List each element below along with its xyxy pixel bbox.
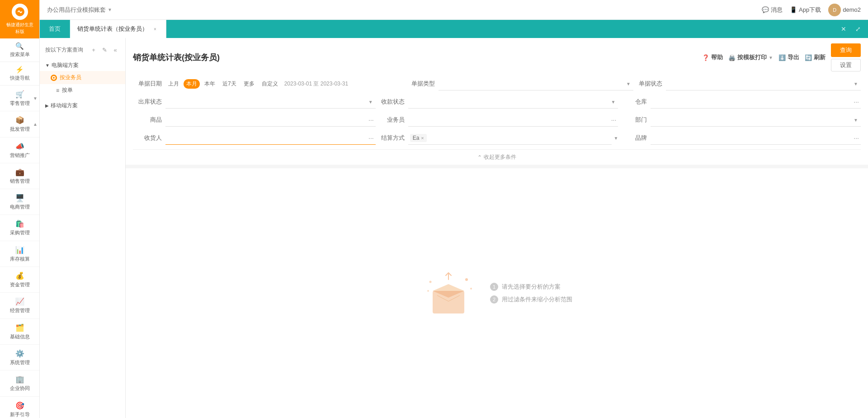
svg-point-5 [470, 288, 472, 290]
wholesale-icon: 📦 [15, 116, 24, 124]
collapse-label: 收起更多条件 [484, 153, 516, 161]
collapse-button[interactable]: ⌃ 收起更多条件 [133, 149, 861, 165]
sidebar-item-sales[interactable]: 💼 销售管理 [0, 163, 39, 189]
mobile-section-header[interactable]: ▶ 移动端方案 [40, 100, 125, 111]
retail-icon: 🛒 [15, 90, 24, 99]
settle-method-label: 结算方式 [376, 134, 408, 142]
scheme-salesman-label: 按业务员 [60, 74, 81, 81]
sidebar-item-purchase[interactable]: 🛍️ 采购管理 [0, 215, 39, 241]
date-this-month-btn[interactable]: 本月 [184, 79, 200, 89]
topbar: 办公用品行业模拟账套 ▼ 💬 消息 📱 App下载 D demo2 [40, 0, 868, 20]
tab-minimize-button[interactable]: ✕ [837, 23, 850, 35]
settle-tag-close-button[interactable]: × [421, 135, 424, 141]
consignee-label: 收货人 [133, 134, 165, 142]
date-filter: 上月 本月 本年 近7天 更多 自定义 2023-03-01 至 2023-03… [165, 79, 406, 89]
sidebar-item-marketing[interactable]: 📣 营销推广 [0, 138, 39, 163]
sidebar-item-finance[interactable]: 💰 资金管理 [0, 267, 39, 293]
panel-edit-button[interactable]: ✎ [100, 45, 109, 54]
scheme-salesman[interactable]: 按业务员 [40, 71, 125, 84]
date-last-month-btn[interactable]: 上月 [165, 79, 182, 89]
active-tab[interactable]: 销货单统计表（按业务员） × [70, 20, 166, 38]
sidebar-item-business[interactable]: 📈 经营管理 [0, 293, 39, 318]
sidebar: 畅捷通好生意 标版 🔍 搜索菜单 ⚡ 快捷导航 🛒 零售管理 ▼ 📦 批发管理 … [0, 0, 40, 418]
left-panel: 按以下方案查询 + ✎ « ▼ 电脑端方案 [40, 38, 126, 418]
date-last-7-days-btn[interactable]: 近7天 [220, 79, 239, 89]
message-button[interactable]: 💬 消息 [762, 6, 783, 14]
print-button[interactable]: 🖨️ 按模板打印 ▼ [728, 53, 773, 62]
salesman-dots-icon[interactable]: ··· [611, 116, 617, 124]
goods-input[interactable] [165, 113, 376, 127]
home-tab-label: 首页 [49, 25, 61, 33]
svg-point-7 [427, 290, 429, 292]
date-label: 单据日期 [133, 80, 165, 88]
dept-label: 部门 [618, 116, 651, 124]
recv-status-field: 收款状态 ▼ [376, 95, 618, 109]
export-label: 导出 [788, 53, 799, 62]
message-icon: 💬 [762, 6, 769, 13]
panel-title: 按以下方案查询 [45, 46, 83, 54]
active-tab-label: 销货单统计表（按业务员） [77, 25, 148, 33]
export-icon: ⬇️ [778, 54, 786, 61]
date-custom-btn[interactable]: 自定义 [259, 79, 281, 89]
app-download-button[interactable]: 📱 App下载 [790, 6, 821, 14]
pc-section-header[interactable]: ▼ 电脑端方案 [40, 60, 125, 71]
export-button[interactable]: ⬇️ 导出 [778, 53, 799, 62]
sidebar-item-system[interactable]: ⚙️ 系统管理 [0, 345, 39, 370]
tab-close-button[interactable]: × [151, 25, 159, 33]
minimize-icon: ✕ [841, 25, 846, 33]
date-this-year-btn[interactable]: 本年 [202, 79, 218, 89]
brand-dots-icon[interactable]: ··· [854, 134, 859, 142]
tip-2-text: 用过滤条件来缩小分析范围 [502, 295, 572, 304]
home-tab[interactable]: 首页 [40, 20, 70, 38]
quick-nav-button[interactable]: ⚡ 快捷导航 [10, 66, 30, 81]
business-icon: 📈 [15, 297, 24, 306]
user-menu-button[interactable]: D demo2 [828, 4, 861, 16]
doc-status-select[interactable] [666, 77, 861, 90]
print-label: 按模板打印 [737, 53, 767, 62]
sidebar-item-inventory[interactable]: 📊 库存核算 [0, 241, 39, 267]
empty-tips: 1 请先选择要分析的方案 2 用过滤条件来缩小分析范围 [490, 283, 572, 304]
doc-type-select[interactable] [439, 77, 633, 90]
dept-select[interactable] [651, 113, 861, 127]
settings-button[interactable]: 设置 [831, 59, 861, 71]
brand-label: 品牌 [618, 134, 651, 142]
refresh-button[interactable]: 🔄 刷新 [805, 53, 826, 62]
svg-point-2 [53, 77, 55, 79]
inventory-icon: 📊 [15, 246, 24, 254]
sidebar-item-wholesale[interactable]: 📦 批发管理 ▲ [0, 111, 39, 137]
sidebar-item-ecommerce[interactable]: 🖥️ 电商管理 [0, 189, 39, 215]
panel-add-button[interactable]: + [89, 45, 98, 54]
sidebar-item-newbie[interactable]: 🎯 新手引导 [0, 397, 39, 418]
tab-maximize-button[interactable]: ⤢ [852, 23, 864, 35]
salesman-input-wrap: ··· [408, 113, 618, 127]
help-button[interactable]: ❓ 帮助 [702, 53, 723, 62]
sidebar-item-retail[interactable]: 🛒 零售管理 ▼ [0, 86, 39, 111]
query-button[interactable]: 查询 [831, 43, 861, 57]
tip-1-text: 请先选择要分析的方案 [502, 283, 561, 291]
topbar-left: 办公用品行业模拟账套 ▼ [47, 6, 112, 14]
account-dropdown[interactable]: 办公用品行业模拟账套 ▼ [47, 6, 112, 14]
consignee-input[interactable] [165, 131, 376, 145]
out-status-select[interactable] [165, 95, 376, 109]
dept-field: 部门 ▼ [618, 113, 861, 127]
warehouse-input[interactable] [651, 95, 861, 109]
recv-status-select[interactable] [408, 95, 618, 109]
brand-input[interactable] [651, 131, 861, 145]
date-more-btn[interactable]: 更多 [241, 79, 257, 89]
main-area: 办公用品行业模拟账套 ▼ 💬 消息 📱 App下载 D demo2 首页 [40, 0, 868, 418]
consignee-dots-icon[interactable]: ··· [368, 134, 374, 142]
action-buttons: 查询 设置 [831, 43, 861, 71]
sidebar-item-enterprise[interactable]: 🏢 企业协同 [0, 370, 39, 396]
goods-dots-icon[interactable]: ··· [368, 116, 374, 124]
filter-title: 销货单统计表(按业务员) ❓ 帮助 🖨️ 按模板打印 ▼ ⬇️ [133, 43, 861, 71]
filter-toolbar: ❓ 帮助 🖨️ 按模板打印 ▼ ⬇️ 导出 � [702, 43, 861, 71]
filter-row-1: 单据日期 上月 本月 本年 近7天 更多 自定义 2023-03-01 至 20… [133, 77, 861, 90]
panel-collapse-button[interactable]: « [111, 45, 120, 54]
system-icon: ⚙️ [15, 349, 24, 358]
scheme-order[interactable]: ≡ 按单 [40, 84, 125, 96]
warehouse-dots-icon[interactable]: ··· [854, 98, 859, 105]
search-menu-button[interactable]: 🔍 搜索菜单 [10, 42, 30, 58]
doc-type-field: 单据类型 ▼ [406, 77, 633, 90]
salesman-input[interactable] [408, 113, 618, 127]
sidebar-item-base[interactable]: 🗂️ 基础信息 [0, 319, 39, 345]
